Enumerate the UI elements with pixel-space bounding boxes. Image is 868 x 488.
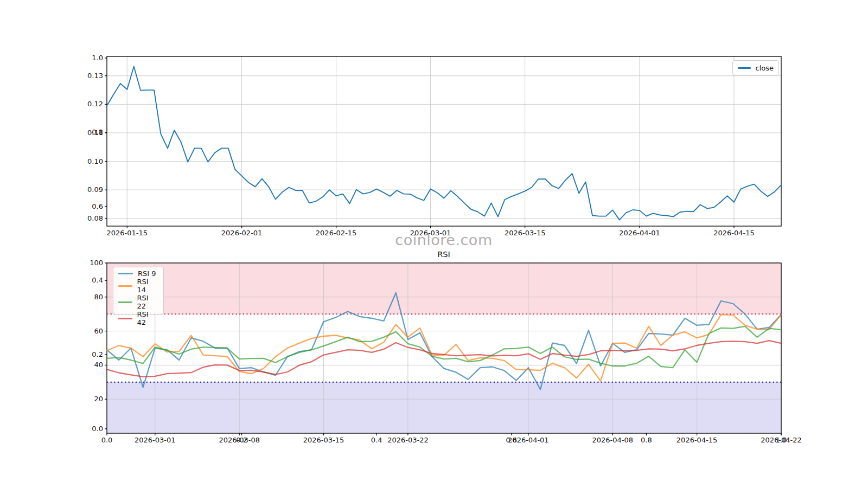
overlay-y-tick-label: 0.4 — [92, 277, 103, 284]
rsi-y-tick-label: 100 — [90, 259, 103, 267]
legend-label-rsi42: RSI 42 — [137, 310, 158, 326]
price-x-tick-label: 2026-03-01 — [410, 229, 451, 237]
legend-label-rsi9: RSI 9 — [138, 269, 156, 278]
price-y-tick-label: 0.09 — [87, 186, 103, 194]
rsi-x-tick-label: 2026-04-08 — [592, 436, 633, 444]
overlay-x-tick-label: 1.0 — [776, 436, 787, 444]
overlay-x-tick-label: 0.0 — [101, 436, 113, 444]
price-y-tick-label: 0.13 — [87, 72, 103, 80]
rsi-y-tick-label: 20 — [94, 395, 103, 403]
overlay-y-tick-label: 0.6 — [92, 203, 103, 210]
overbought-band — [107, 263, 781, 314]
overlay-y-tick-label: 1.0 — [92, 54, 103, 62]
legend-close: close — [732, 60, 779, 75]
rsi-y-tick-label: 80 — [94, 293, 103, 301]
price-y-tick-label: 0.12 — [87, 100, 103, 108]
chart-figure: coinlore.com RSI close RSI 9 RSI 14 RSI … — [0, 0, 868, 488]
rsi14-line-sample — [118, 285, 132, 287]
rsi-y-tick-label: 60 — [94, 328, 103, 335]
rsi-x-tick-label: 2026-04-15 — [676, 436, 718, 444]
price-x-tick-label: 2026-04-15 — [713, 229, 755, 237]
rsi9-line-sample — [118, 273, 133, 274]
price-y-tick-label: 0.08 — [87, 215, 103, 222]
legend-row-rsi9: RSI 9 — [113, 269, 163, 278]
rsi42-line-sample — [118, 318, 132, 319]
legend-row-rsi22: RSI 22 — [113, 294, 163, 310]
overlay-y-tick-label: 0.0 — [92, 425, 103, 433]
overlay-x-tick-label: 0.8 — [641, 436, 652, 444]
oversold-band — [107, 382, 781, 433]
overlay-y-tick-label: 0.2 — [92, 351, 103, 358]
legend-label-close: close — [756, 64, 774, 72]
price-x-tick-label: 2026-01-15 — [107, 229, 148, 237]
legend-row-close: close — [733, 64, 778, 72]
price-x-tick-label: 2026-02-15 — [316, 229, 357, 237]
rsi22-line-sample — [118, 301, 132, 303]
overlay-x-tick-label: 0.2 — [236, 436, 247, 444]
legend-row-rsi42: RSI 42 — [113, 310, 163, 326]
legend-label-rsi14: RSI 14 — [137, 278, 158, 294]
overlay-y-tick-label: 0.8 — [92, 129, 103, 136]
price-x-tick-label: 2026-02-01 — [221, 229, 263, 237]
legend-row-rsi14: RSI 14 — [113, 278, 163, 294]
rsi-x-tick-label: 2026-03-22 — [387, 436, 429, 444]
price-x-tick-label: 2026-04-01 — [619, 229, 660, 237]
overlay-x-tick-label: 0.6 — [506, 436, 517, 444]
legend-rsi: RSI 9 RSI 14 RSI 22 RSI 42 — [113, 267, 164, 314]
price-panel-frame — [107, 56, 781, 226]
price-y-tick-label: 0.10 — [87, 158, 103, 165]
overlay-x-tick-label: 0.4 — [371, 436, 382, 444]
rsi-x-tick-label: 2026-03-15 — [303, 436, 344, 444]
close-line-sample — [738, 67, 751, 69]
close-line — [107, 66, 781, 220]
price-x-tick-label: 2026-03-15 — [505, 229, 546, 237]
legend-label-rsi22: RSI 22 — [137, 294, 158, 310]
rsi-x-tick-label: 2026-03-01 — [135, 436, 176, 444]
rsi-y-tick-label: 40 — [94, 361, 103, 369]
rsi-panel-title: RSI — [437, 250, 450, 259]
